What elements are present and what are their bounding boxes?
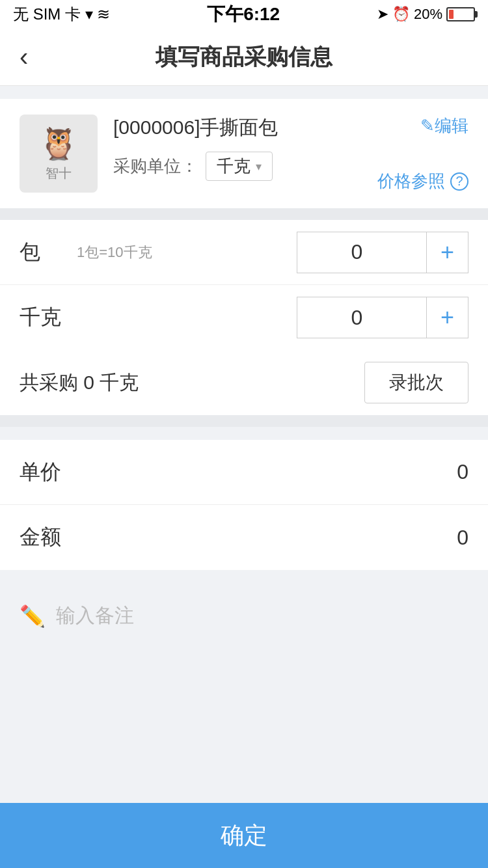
dropdown-arrow-icon: ▾: [256, 159, 262, 174]
bag-quantity-input[interactable]: [297, 232, 427, 273]
thumb-label: 智十: [46, 165, 72, 182]
batch-button[interactable]: 录批次: [364, 362, 468, 403]
product-owl-icon: 🦉: [39, 126, 78, 162]
battery-percent: 20%: [414, 6, 442, 23]
status-left: 无 SIM 卡 ▾ ≋: [13, 4, 110, 25]
pencil-icon: ✏️: [20, 604, 46, 629]
kg-label: 千克: [20, 303, 72, 332]
bag-plus-button[interactable]: +: [427, 232, 468, 273]
summary-text: 共采购 0 千克: [20, 370, 139, 396]
divider-middle: [0, 415, 488, 427]
help-icon: ?: [450, 172, 468, 191]
unit-price-label: 单价: [20, 458, 61, 487]
amount-label: 金额: [20, 523, 61, 552]
sim-label: 无 SIM 卡 ▾ ≋: [13, 4, 110, 25]
kg-quantity-input[interactable]: [297, 297, 427, 338]
unit-price-value: 0: [457, 460, 468, 484]
bag-label: 包: [20, 238, 72, 267]
status-right: ➤ ⏰ 20%: [377, 6, 475, 23]
input-section: 包 1包=10千克 + 千克 +: [0, 220, 488, 350]
confirm-button[interactable]: 确定: [0, 803, 488, 868]
bag-row: 包 1包=10千克 +: [0, 220, 488, 285]
remarks-section[interactable]: ✏️ 输入备注: [0, 583, 488, 649]
alarm-icon: ⏰: [392, 6, 410, 23]
amount-row: 金额 0: [0, 505, 488, 570]
back-button[interactable]: ‹: [20, 42, 28, 72]
location-icon: ➤: [377, 6, 388, 23]
kg-plus-button[interactable]: +: [427, 297, 468, 338]
edit-button[interactable]: ✎编辑: [420, 115, 468, 137]
product-card: 🦉 智十 [0000006]手撕面包 采购单位： 千克 ▾ ✎编辑 价格参照 ?: [0, 99, 488, 208]
kg-row: 千克 +: [0, 285, 488, 350]
unit-selector[interactable]: 千克 ▾: [206, 152, 273, 181]
kg-input-control: +: [297, 297, 468, 338]
status-time: 下午6:12: [207, 2, 280, 27]
bag-input-control: +: [297, 232, 468, 273]
product-thumbnail: 🦉 智十: [20, 115, 98, 193]
price-ref-label: 价格参照: [377, 170, 445, 193]
summary-row: 共采购 0 千克 录批次: [0, 350, 488, 415]
bag-sublabel: 1包=10千克: [77, 243, 297, 262]
unit-value: 千克: [217, 155, 251, 178]
status-bar: 无 SIM 卡 ▾ ≋ 下午6:12 ➤ ⏰ 20%: [0, 0, 488, 29]
price-ref-button[interactable]: 价格参照 ?: [377, 170, 468, 193]
divider-top: [0, 208, 488, 220]
remarks-placeholder: 输入备注: [56, 603, 134, 629]
nav-bar: ‹ 填写商品采购信息: [0, 29, 488, 86]
page-title: 填写商品采购信息: [156, 42, 332, 72]
product-name: [0000006]手撕面包: [113, 115, 468, 141]
unit-price-row: 单价 0: [0, 440, 488, 505]
unit-label: 采购单位：: [113, 155, 198, 178]
price-section: 单价 0 金额 0: [0, 440, 488, 570]
amount-value: 0: [457, 526, 468, 550]
battery-icon: [446, 7, 475, 21]
